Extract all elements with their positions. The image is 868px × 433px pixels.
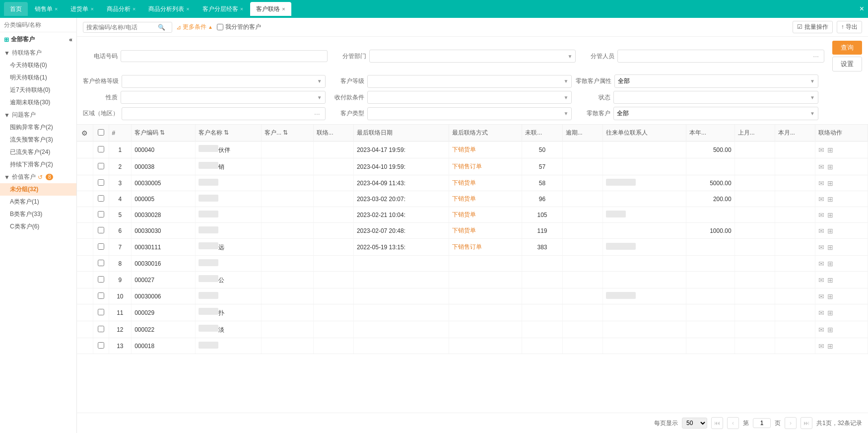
th-contact[interactable]: 联络...: [313, 125, 353, 142]
sidebar-item-churn-warning[interactable]: 流失预警客户(3): [0, 134, 76, 146]
tab-customer-segment-close[interactable]: ×: [240, 6, 243, 12]
row-checkbox[interactable]: [98, 276, 104, 283]
tab-customer-segment[interactable]: 客户分层经客 ×: [197, 2, 249, 16]
row-checkbox[interactable]: [98, 342, 104, 349]
row-checkbox[interactable]: [98, 195, 104, 202]
sidebar-group-problem[interactable]: ▼ 问题客户: [0, 109, 76, 121]
filter-search-icon[interactable]: 🔍: [158, 24, 165, 31]
more-icon[interactable]: ⊞: [827, 276, 833, 284]
sidebar-item-b-class[interactable]: B类客户(33): [0, 208, 76, 220]
th-settings[interactable]: ⚙: [77, 125, 93, 142]
sidebar-item-hoarding[interactable]: 囤购异常客户(2): [0, 121, 76, 134]
settings-icon[interactable]: ⚙: [81, 129, 88, 137]
sidebar-item-a-class[interactable]: A类客户(1): [0, 196, 76, 208]
th-checkbox[interactable]: [93, 125, 109, 142]
status-select[interactable]: ▼: [613, 91, 818, 104]
more-icon[interactable]: ⊞: [827, 179, 833, 187]
th-last-month[interactable]: 上月...: [734, 125, 775, 142]
td-last-method[interactable]: 下销货单: [449, 175, 522, 191]
chat-icon[interactable]: ✉: [818, 227, 824, 235]
tab-purchase-close[interactable]: ×: [90, 6, 93, 12]
td-last-method[interactable]: 下销售订单: [449, 158, 522, 175]
more-icon[interactable]: ⊞: [827, 260, 833, 268]
td-checkbox[interactable]: [93, 175, 109, 191]
customer-type-select[interactable]: ▼: [367, 107, 572, 120]
chat-icon[interactable]: ✉: [818, 309, 824, 317]
more-icon[interactable]: ⊞: [827, 292, 833, 300]
sidebar-item-today[interactable]: 今天待联络(0): [0, 59, 76, 72]
more-icon[interactable]: ⊞: [827, 227, 833, 235]
td-checkbox[interactable]: [93, 142, 109, 158]
reset-btn[interactable]: 设置: [832, 57, 862, 72]
td-last-method[interactable]: 下销货单: [449, 223, 522, 239]
person-dots[interactable]: ···: [811, 52, 821, 60]
td-last-method[interactable]: [449, 272, 522, 289]
my-customers-check[interactable]: [217, 24, 223, 30]
sidebar-item-ungroup[interactable]: 未分组(32): [0, 183, 76, 196]
row-checkbox[interactable]: [98, 309, 104, 315]
td-last-method[interactable]: [449, 338, 522, 354]
tab-analysis-list[interactable]: 商品分析列表 ×: [142, 2, 195, 16]
td-last-method[interactable]: 下销货单: [449, 191, 522, 207]
more-icon[interactable]: ⊞: [827, 243, 833, 251]
last-method-link[interactable]: 下销售订单: [452, 243, 482, 250]
th-last-method[interactable]: 最后联络方式: [449, 125, 522, 142]
sidebar-item-c-class[interactable]: C类客户(6): [0, 220, 76, 233]
sidebar-item-7days[interactable]: 近7天待联络(0): [0, 84, 76, 96]
td-checkbox[interactable]: [93, 207, 109, 223]
th-not-contact[interactable]: 未联...: [522, 125, 562, 142]
tab-analysis-list-close[interactable]: ×: [186, 6, 189, 12]
tab-analysis-close[interactable]: ×: [133, 6, 135, 12]
sidebar-search-input[interactable]: [4, 21, 77, 28]
collapse-icon[interactable]: «: [69, 36, 72, 43]
more-icon[interactable]: ⊞: [827, 211, 833, 219]
close-all-icon[interactable]: ×: [860, 4, 864, 13]
sidebar-item-declining[interactable]: 持续下滑客户(2): [0, 158, 76, 171]
prev-page-btn[interactable]: ‹: [727, 417, 739, 429]
td-last-method[interactable]: [449, 289, 522, 304]
chat-icon[interactable]: ✉: [818, 292, 824, 300]
all-customers-header[interactable]: ⊞ 全部客户 «: [0, 32, 76, 47]
my-customers-checkbox[interactable]: 我分管的客户: [217, 23, 261, 31]
row-checkbox[interactable]: [98, 163, 104, 169]
chat-icon[interactable]: ✉: [818, 326, 824, 334]
person-select[interactable]: ···: [617, 50, 824, 63]
chat-icon[interactable]: ✉: [818, 243, 824, 251]
td-checkbox[interactable]: [93, 256, 109, 272]
th-name[interactable]: 客户名称 ⇅: [195, 125, 261, 142]
td-checkbox[interactable]: [93, 223, 109, 239]
chat-icon[interactable]: ✉: [818, 179, 824, 187]
tab-home[interactable]: 首页: [4, 2, 28, 16]
row-checkbox[interactable]: [98, 227, 104, 233]
th-last-date[interactable]: 最后联络日期: [353, 125, 449, 142]
last-method-link[interactable]: 下销货单: [452, 195, 476, 202]
batch-operation-btn[interactable]: ☑ 批量操作: [793, 21, 832, 33]
row-checkbox[interactable]: [98, 260, 104, 266]
retail-attr-select[interactable]: 全部 ▼: [614, 74, 818, 88]
last-method-link[interactable]: 下销货单: [452, 211, 476, 218]
query-btn[interactable]: 查询: [832, 41, 862, 55]
chat-icon[interactable]: ✉: [818, 342, 824, 350]
page-size-select[interactable]: 50 100: [682, 418, 707, 429]
td-checkbox[interactable]: [93, 338, 109, 354]
refresh-icon[interactable]: ↺: [38, 174, 43, 181]
next-page-btn[interactable]: ›: [785, 417, 797, 429]
tab-sales[interactable]: 销售单 ×: [29, 2, 64, 16]
last-page-btn[interactable]: ⏭: [801, 417, 812, 429]
more-icon[interactable]: ⊞: [827, 326, 833, 334]
customer-level-select[interactable]: ▼: [367, 75, 572, 88]
tab-customer-contact-close[interactable]: ×: [282, 6, 285, 12]
price-level-select[interactable]: ▼: [122, 75, 326, 88]
nature-select[interactable]: ▼: [121, 91, 326, 104]
more-icon[interactable]: ⊞: [827, 195, 833, 203]
row-checkbox[interactable]: [98, 326, 104, 332]
th-this-month[interactable]: 本月...: [775, 125, 815, 142]
td-checkbox[interactable]: [93, 191, 109, 207]
th-this-year[interactable]: 本年...: [686, 125, 734, 142]
tab-analysis[interactable]: 商品分析 ×: [101, 2, 141, 16]
region-dots[interactable]: ···: [312, 110, 322, 118]
filter-search-box[interactable]: 🔍: [83, 22, 172, 33]
region-select[interactable]: ···: [122, 107, 326, 120]
td-checkbox[interactable]: [93, 272, 109, 289]
more-icon[interactable]: ⊞: [827, 309, 833, 317]
